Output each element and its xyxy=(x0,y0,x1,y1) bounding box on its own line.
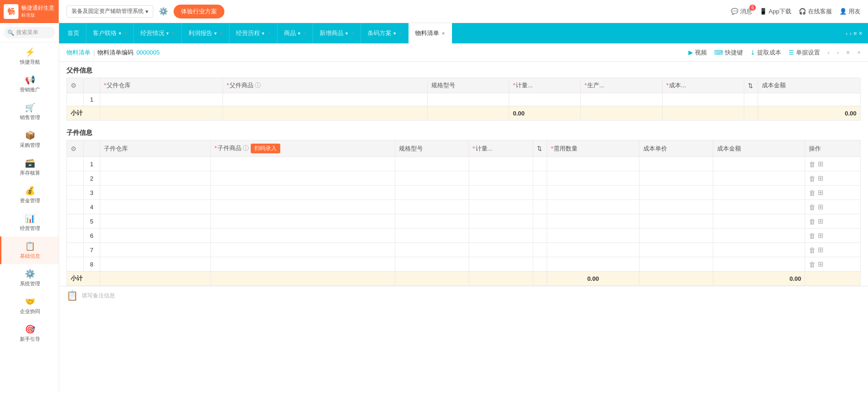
child-qty-cell[interactable] xyxy=(547,171,639,186)
close-tab-icon[interactable]: × xyxy=(124,30,127,36)
close-tab-icon[interactable]: × xyxy=(267,30,270,36)
sidebar-item-inventory[interactable]: 🗃️ 库存核算 xyxy=(0,153,59,181)
parent-spec-cell[interactable] xyxy=(427,93,509,106)
child-unitcost-cell[interactable] xyxy=(639,200,713,214)
sidebar-item-finance[interactable]: 💰 资金管理 xyxy=(0,181,59,209)
child-spec-cell[interactable] xyxy=(395,214,469,229)
child-spec-cell[interactable] xyxy=(395,229,469,243)
child-qty-cell[interactable] xyxy=(547,186,639,200)
child-warehouse-cell[interactable] xyxy=(100,171,211,186)
child-unitcost-cell[interactable] xyxy=(639,157,713,171)
copy-row-button[interactable]: ⊞ xyxy=(818,203,824,211)
close-tab-icon[interactable]: × xyxy=(351,30,354,36)
tab-bom[interactable]: 物料清单 × xyxy=(409,23,452,43)
child-unit-cell[interactable] xyxy=(469,186,533,200)
copy-row-button[interactable]: ⊞ xyxy=(818,231,824,240)
parent-product-cell[interactable] xyxy=(223,93,427,106)
parent-unit-cell[interactable] xyxy=(509,93,581,106)
extract-cost-button[interactable]: ⤓ 提取成本 xyxy=(750,48,781,57)
delete-row-button[interactable]: 🗑 xyxy=(809,218,816,225)
service-button[interactable]: 🎧 在线客服 xyxy=(799,7,832,16)
breadcrumb-bom[interactable]: 物料清单 xyxy=(66,48,90,57)
copy-row-button[interactable]: ⊞ xyxy=(818,174,824,182)
close-icon[interactable]: × xyxy=(857,49,861,56)
child-qty-cell[interactable] xyxy=(547,157,639,171)
column-settings-icon-child[interactable]: ⚙ xyxy=(71,145,77,152)
scan-input-button[interactable]: 扫码录入 xyxy=(251,144,280,153)
tab-nav-next[interactable]: › xyxy=(850,30,851,37)
child-warehouse-cell[interactable] xyxy=(100,186,211,200)
tab-customer[interactable]: 客户联络 ▾ × xyxy=(86,23,134,43)
child-warehouse-cell[interactable] xyxy=(100,214,211,229)
tab-barcode[interactable]: 条码方案 ▾ × xyxy=(361,23,409,43)
child-product-cell[interactable] xyxy=(211,200,395,214)
parent-prod-cell[interactable] xyxy=(581,93,663,106)
child-spec-cell[interactable] xyxy=(395,243,469,257)
child-amount-cell[interactable] xyxy=(713,243,805,257)
child-product-cell[interactable] xyxy=(211,171,395,186)
parent-amount-cell[interactable] xyxy=(758,93,861,106)
child-qty-cell[interactable] xyxy=(547,229,639,243)
sidebar-item-system[interactable]: ⚙️ 系统管理 xyxy=(0,264,59,292)
child-amount-cell[interactable] xyxy=(713,200,805,214)
child-amount-cell[interactable] xyxy=(713,229,805,243)
copy-row-button[interactable]: ⊞ xyxy=(818,260,824,268)
sidebar-item-sales[interactable]: 🛒 销售管理 xyxy=(0,98,59,126)
delete-row-button[interactable]: 🗑 xyxy=(809,246,816,254)
child-spec-cell[interactable] xyxy=(395,200,469,214)
view-video-button[interactable]: ▶ 视频 xyxy=(688,48,707,57)
child-amount-cell[interactable] xyxy=(713,171,805,186)
sidebar-item-marketing[interactable]: 📢 营销推广 xyxy=(0,70,59,98)
child-unitcost-cell[interactable] xyxy=(639,214,713,229)
child-unit-cell[interactable] xyxy=(469,200,533,214)
close-tab-icon[interactable]: × xyxy=(399,30,402,36)
delete-row-button[interactable]: 🗑 xyxy=(809,232,816,240)
child-unitcost-cell[interactable] xyxy=(639,229,713,243)
column-settings-icon[interactable]: ⚙ xyxy=(71,82,77,89)
settings-icon[interactable]: ⚙️ xyxy=(159,7,168,16)
tab-profit[interactable]: 利润报告 ▾ × xyxy=(182,23,229,43)
child-spec-cell[interactable] xyxy=(395,171,469,186)
user-button[interactable]: 👤 用友 xyxy=(839,7,861,16)
child-warehouse-cell[interactable] xyxy=(100,229,211,243)
child-warehouse-cell[interactable] xyxy=(100,157,211,171)
parent-cost-cell[interactable] xyxy=(663,93,744,106)
delete-row-button[interactable]: 🗑 xyxy=(809,189,816,197)
sidebar-item-quick-nav[interactable]: ⚡ 快捷导航 xyxy=(0,42,59,70)
child-qty-cell[interactable] xyxy=(547,214,639,229)
child-spec-cell[interactable] xyxy=(395,257,469,272)
help-icon[interactable]: ⓘ xyxy=(255,82,261,89)
sidebar-search-container[interactable]: 🔍 搜索菜单 xyxy=(0,23,59,42)
child-product-cell[interactable] xyxy=(211,157,395,171)
tab-home[interactable]: 首页 xyxy=(61,23,86,43)
search-input[interactable]: 🔍 搜索菜单 xyxy=(4,27,55,38)
sidebar-item-basic[interactable]: 📋 基础信息 xyxy=(0,236,59,264)
child-unit-cell[interactable] xyxy=(469,171,533,186)
copy-row-button[interactable]: ⊞ xyxy=(818,188,824,197)
sidebar-item-enterprise[interactable]: 🤝 企业协同 xyxy=(0,292,59,320)
child-spec-cell[interactable] xyxy=(395,186,469,200)
notes-placeholder[interactable]: 填写备注信息 xyxy=(82,292,115,300)
delete-row-button[interactable]: 🗑 xyxy=(809,160,816,168)
child-amount-cell[interactable] xyxy=(713,186,805,200)
tab-menu-icon[interactable]: ≡ xyxy=(853,30,857,37)
child-amount-cell[interactable] xyxy=(713,157,805,171)
parent-warehouse-cell[interactable] xyxy=(100,93,223,106)
child-product-cell[interactable] xyxy=(211,229,395,243)
nav-next-icon[interactable]: › xyxy=(837,49,838,56)
nav-prev-icon[interactable]: ‹ xyxy=(827,49,829,56)
child-amount-cell[interactable] xyxy=(713,214,805,229)
child-unit-cell[interactable] xyxy=(469,257,533,272)
child-spec-cell[interactable] xyxy=(395,157,469,171)
sidebar-item-operation[interactable]: 📊 经营管理 xyxy=(0,209,59,236)
notes-icon[interactable]: 📋 xyxy=(66,290,78,301)
child-warehouse-cell[interactable] xyxy=(100,200,211,214)
delete-row-button[interactable]: 🗑 xyxy=(809,203,816,211)
child-unitcost-cell[interactable] xyxy=(639,257,713,272)
child-warehouse-cell[interactable] xyxy=(100,243,211,257)
child-unit-cell[interactable] xyxy=(469,157,533,171)
child-product-cell[interactable] xyxy=(211,257,395,272)
child-unitcost-cell[interactable] xyxy=(639,171,713,186)
child-product-cell[interactable] xyxy=(211,243,395,257)
child-qty-cell[interactable] xyxy=(547,243,639,257)
